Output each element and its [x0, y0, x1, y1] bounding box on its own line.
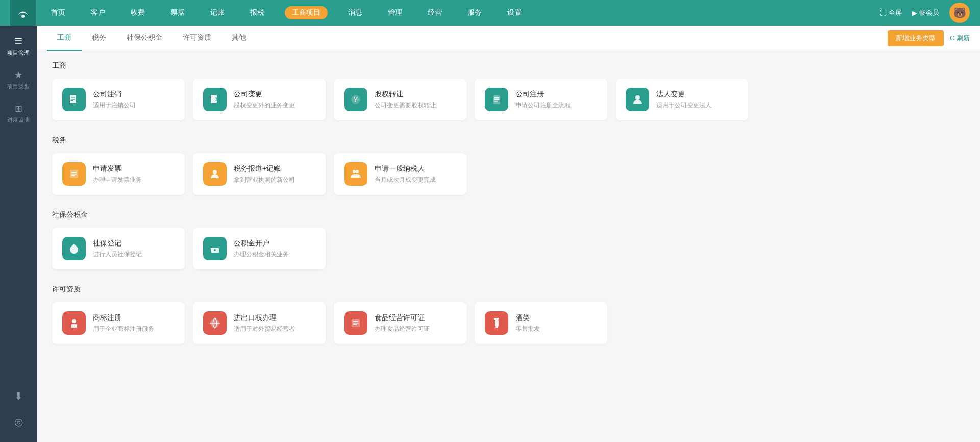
svg-point-19	[356, 170, 359, 173]
card-tax-report-accounting[interactable]: 税务报道+记账 拿到营业执照的新公司	[193, 153, 326, 195]
company-change-icon	[203, 88, 227, 111]
nav-item-invoice[interactable]: 票据	[165, 6, 190, 19]
equity-transfer-desc: 公司变更需要股权转让	[375, 101, 456, 110]
food-license-icon	[344, 311, 368, 335]
nav-item-fee[interactable]: 收费	[126, 6, 150, 19]
provident-fund-open-icon	[203, 237, 227, 260]
scroll-content[interactable]: 工商 公司注销 适用于注销公司	[37, 51, 980, 442]
fullscreen-icon: ⛶	[880, 9, 887, 17]
card-food-license[interactable]: 食品经营许可证 办理食品经营许可证	[334, 302, 467, 344]
location-button[interactable]: ◎	[10, 411, 27, 432]
social-insurance-reg-desc: 进行人员社保登记	[93, 250, 175, 259]
card-apply-general-taxpayer[interactable]: 申请一般纳税人 当月或次月成变更完成	[334, 153, 467, 195]
nav-item-tax[interactable]: 报税	[245, 6, 270, 19]
company-register-icon	[485, 88, 508, 111]
fullscreen-button[interactable]: ⛶ 全屏	[880, 8, 902, 17]
tab-other[interactable]: 其他	[222, 26, 256, 51]
tax-section-title: 税务	[52, 136, 965, 145]
apply-invoice-desc: 办理申请发票业务	[93, 176, 175, 184]
card-company-cancel[interactable]: 公司注销 适用于注销公司	[52, 79, 185, 120]
tax-report-accounting-desc: 拿到营业执照的新公司	[234, 176, 315, 184]
card-equity-transfer[interactable]: ¥ 股权转让 公司变更需要股权转让	[334, 79, 467, 120]
license-section-title: 许可资质	[52, 285, 965, 294]
card-provident-fund-open[interactable]: 公积金开户 办理公积金相关业务	[193, 228, 326, 269]
apply-invoice-title: 申请发票	[93, 164, 175, 174]
download-button[interactable]: ⬇	[10, 386, 27, 406]
card-alcohol[interactable]: 酒类 零售批发	[475, 302, 607, 344]
provident-fund-open-desc: 办理公积金相关业务	[234, 250, 315, 259]
social-section-title: 社保公积金	[52, 210, 965, 219]
legal-change-title: 法人变更	[656, 90, 738, 99]
card-import-export[interactable]: 进出口权办理 适用于对外贸易经营者	[193, 302, 326, 344]
legal-change-icon	[626, 88, 649, 111]
social-insurance-reg-icon	[62, 237, 86, 260]
sidebar-bottom: ⬇ ◎	[10, 386, 27, 437]
import-export-info: 进出口权办理 适用于对外贸易经营者	[234, 313, 315, 333]
legal-change-desc: 适用于公司变更法人	[656, 101, 738, 110]
nav-item-home[interactable]: 首页	[46, 6, 70, 19]
legal-change-info: 法人变更 适用于公司变更法人	[656, 90, 738, 110]
tax-cards-grid: 申请发票 办理申请发票业务 税务报道+记账 拿到营业执照的新公司	[52, 153, 965, 195]
svg-rect-3	[71, 99, 75, 100]
biz-cards-grid: 公司注销 适用于注销公司 公司变更 股权变更外的业务变更	[52, 79, 965, 120]
mascot-avatar: 🐻	[949, 3, 970, 23]
svg-point-18	[353, 170, 356, 173]
tax-section: 税务 申请发票 办理申请发票业务	[52, 136, 965, 195]
tab-social[interactable]: 社保公积金	[116, 26, 173, 51]
svg-rect-29	[353, 324, 357, 325]
food-license-desc: 办理食品经营许可证	[375, 325, 456, 333]
social-cards-grid: 社保登记 进行人员社保登记 公积金开户 办理公积金相关业务	[52, 228, 965, 269]
card-legal-change[interactable]: 法人变更 适用于公司变更法人	[616, 79, 748, 120]
nav-item-service[interactable]: 服务	[462, 6, 487, 19]
alcohol-icon	[485, 311, 508, 335]
sidebar-item-progress-monitor[interactable]: ⊞ 进度监测	[1, 98, 36, 129]
tax-report-accounting-title: 税务报道+记账	[234, 164, 315, 174]
svg-rect-24	[71, 324, 77, 328]
refresh-button[interactable]: C 刷新	[950, 34, 970, 43]
apply-invoice-info: 申请发票 办理申请发票业务	[93, 164, 175, 184]
svg-rect-33	[495, 327, 498, 328]
svg-rect-27	[353, 321, 358, 322]
new-type-button[interactable]: 新增业务类型	[888, 30, 944, 46]
nav-item-management[interactable]: 管理	[383, 6, 407, 19]
tab-biz[interactable]: 工商	[47, 26, 82, 51]
svg-rect-28	[353, 323, 358, 324]
card-company-register[interactable]: 公司注册 申请公司注册全流程	[475, 79, 607, 120]
trademark-reg-icon	[62, 311, 86, 335]
nav-item-operation[interactable]: 经营	[423, 6, 447, 19]
nav-item-accounting[interactable]: 记账	[205, 6, 230, 19]
nav-item-bizproject[interactable]: 工商项目	[285, 6, 328, 19]
license-section: 许可资质 商标注册 用于企业商标注册服务	[52, 285, 965, 344]
biz-section: 工商 公司注销 适用于注销公司	[52, 61, 965, 120]
nav-item-message[interactable]: 消息	[343, 6, 368, 19]
license-cards-grid: 商标注册 用于企业商标注册服务 进出口权办理 适用于对外贸易经营者	[52, 302, 965, 344]
sidebar-item-project-mgmt[interactable]: ☰ 项目管理	[1, 31, 36, 62]
nav-right: ⛶ 全屏 ▶ 畅会员 🐻	[880, 3, 970, 23]
sidebar-item-project-type[interactable]: ★ 项目类型	[1, 64, 36, 95]
logo	[10, 0, 36, 26]
vip-button[interactable]: ▶ 畅会员	[912, 8, 939, 17]
card-company-change[interactable]: 公司变更 股权变更外的业务变更	[193, 79, 326, 120]
card-apply-invoice[interactable]: 申请发票 办理申请发票业务	[52, 153, 185, 195]
svg-point-17	[213, 170, 217, 174]
content-area: 工商 税务 社保公积金 许可资质 其他 新增业务类型 C 刷新 工商	[37, 26, 980, 442]
card-social-insurance-reg[interactable]: 社保登记 进行人员社保登记	[52, 228, 185, 269]
provident-fund-open-info: 公积金开户 办理公积金相关业务	[234, 239, 315, 259]
tax-report-accounting-info: 税务报道+记账 拿到营业执照的新公司	[234, 164, 315, 184]
svg-point-12	[635, 95, 640, 100]
svg-rect-5	[211, 95, 217, 103]
svg-rect-2	[71, 97, 75, 98]
tab-license[interactable]: 许可资质	[173, 26, 222, 51]
trademark-reg-desc: 用于企业商标注册服务	[93, 325, 175, 333]
card-trademark-reg[interactable]: 商标注册 用于企业商标注册服务	[52, 302, 185, 344]
tab-actions: 新增业务类型 C 刷新	[888, 30, 970, 46]
tab-tax[interactable]: 税务	[82, 26, 116, 51]
company-register-info: 公司注册 申请公司注册全流程	[516, 90, 597, 110]
svg-point-23	[72, 319, 76, 323]
progress-monitor-icon: ⊞	[15, 103, 22, 114]
nav-item-settings[interactable]: 设置	[502, 6, 527, 19]
provident-fund-open-title: 公积金开户	[234, 239, 315, 248]
apply-general-taxpayer-info: 申请一般纳税人 当月或次月成变更完成	[375, 164, 456, 184]
nav-item-customer[interactable]: 客户	[86, 6, 110, 19]
svg-rect-31	[496, 318, 499, 320]
